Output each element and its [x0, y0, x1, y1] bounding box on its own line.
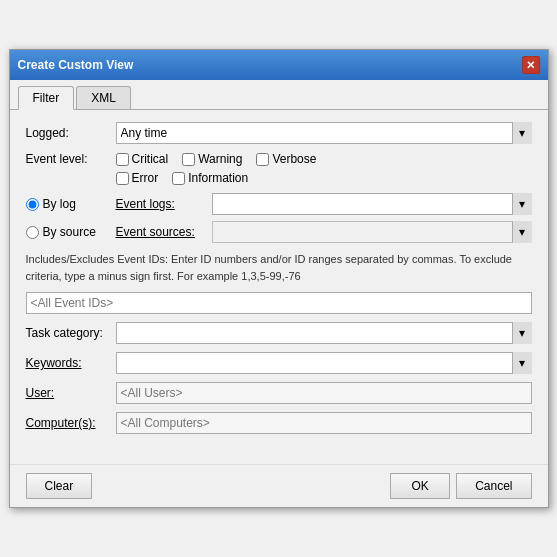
checkbox-error[interactable]: Error [116, 171, 159, 185]
user-input[interactable] [116, 382, 532, 404]
event-logs-label: Event logs: [116, 197, 206, 211]
keywords-label: Keywords: [26, 356, 116, 370]
by-source-row: By source Event sources: ▾ [26, 221, 532, 243]
logged-label: Logged: [26, 126, 116, 140]
event-logs-dropdown[interactable] [212, 193, 532, 215]
cancel-button[interactable]: Cancel [456, 473, 531, 499]
by-source-label: By source [43, 225, 96, 239]
checkbox-critical[interactable]: Critical [116, 152, 169, 166]
tab-bar: Filter XML [10, 80, 548, 110]
clear-button[interactable]: Clear [26, 473, 93, 499]
computer-label: Computer(s): [26, 416, 116, 430]
checkboxes-row-2: Error Information [116, 171, 532, 185]
checkbox-error-input[interactable] [116, 172, 129, 185]
event-sources-dropdown-container: ▾ [212, 221, 532, 243]
by-source-radio[interactable] [26, 226, 39, 239]
by-log-radio[interactable] [26, 198, 39, 211]
checkbox-critical-label: Critical [132, 152, 169, 166]
filter-content: Logged: Any time Last hour Last 12 hours… [10, 110, 548, 454]
radio-section: By log Event logs: ▾ By source Event sou… [26, 193, 532, 243]
user-label: User: [26, 386, 116, 400]
task-category-label: Task category: [26, 326, 116, 340]
checkbox-verbose[interactable]: Verbose [256, 152, 316, 166]
by-log-radio-label[interactable]: By log [26, 197, 116, 211]
info-text: Includes/Excludes Event IDs: Enter ID nu… [26, 251, 532, 284]
checkbox-verbose-label: Verbose [272, 152, 316, 166]
checkbox-warning-label: Warning [198, 152, 242, 166]
checkbox-information[interactable]: Information [172, 171, 248, 185]
ok-button[interactable]: OK [390, 473, 450, 499]
logged-dropdown[interactable]: Any time Last hour Last 12 hours Last 24… [116, 122, 532, 144]
checkbox-warning-input[interactable] [182, 153, 195, 166]
checkbox-information-input[interactable] [172, 172, 185, 185]
button-row: Clear OK Cancel [10, 464, 548, 507]
event-id-row [26, 292, 532, 314]
task-category-dropdown[interactable] [116, 322, 532, 344]
event-sources-dropdown[interactable] [212, 221, 532, 243]
tab-filter[interactable]: Filter [18, 86, 75, 110]
event-id-input[interactable] [26, 292, 532, 314]
user-row: User: [26, 382, 532, 404]
checkbox-verbose-input[interactable] [256, 153, 269, 166]
keywords-dropdown-container: ▾ [116, 352, 532, 374]
checkbox-critical-input[interactable] [116, 153, 129, 166]
event-level-label: Event level: [26, 152, 116, 166]
checkbox-warning[interactable]: Warning [182, 152, 242, 166]
event-sources-label: Event sources: [116, 225, 206, 239]
task-category-dropdown-container: ▾ [116, 322, 532, 344]
close-button[interactable]: ✕ [522, 56, 540, 74]
event-logs-dropdown-container: ▾ [212, 193, 532, 215]
title-bar: Create Custom View ✕ [10, 50, 548, 80]
computer-row: Computer(s): [26, 412, 532, 434]
checkbox-error-label: Error [132, 171, 159, 185]
tab-xml[interactable]: XML [76, 86, 131, 109]
checkboxes-row-1: Critical Warning Verbose [116, 152, 532, 166]
by-log-row: By log Event logs: ▾ [26, 193, 532, 215]
logged-row: Logged: Any time Last hour Last 12 hours… [26, 122, 532, 144]
event-level-checkboxes: Critical Warning Verbose Error [116, 152, 532, 185]
by-source-radio-label[interactable]: By source [26, 225, 116, 239]
keywords-dropdown[interactable] [116, 352, 532, 374]
keywords-row: Keywords: ▾ [26, 352, 532, 374]
task-category-row: Task category: ▾ [26, 322, 532, 344]
dialog: Create Custom View ✕ Filter XML Logged: … [9, 49, 549, 508]
by-log-label: By log [43, 197, 76, 211]
computer-input[interactable] [116, 412, 532, 434]
checkbox-information-label: Information [188, 171, 248, 185]
dialog-title: Create Custom View [18, 58, 134, 72]
event-level-row: Event level: Critical Warning Verbose [26, 152, 532, 185]
logged-dropdown-container: Any time Last hour Last 12 hours Last 24… [116, 122, 532, 144]
